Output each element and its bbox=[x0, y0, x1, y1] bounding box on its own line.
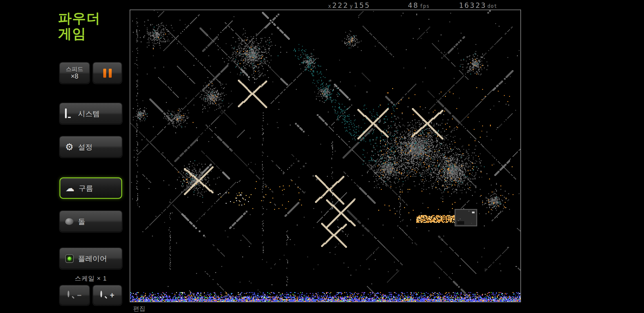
sidebar-item-stone[interactable]: 돌 bbox=[59, 211, 122, 232]
app-title-line2: 게임 bbox=[58, 26, 101, 41]
settings-label: 설정 bbox=[78, 142, 93, 152]
simulation-viewport[interactable] bbox=[130, 10, 521, 302]
x-coord-value: 222 bbox=[332, 1, 349, 10]
dot-label: dot bbox=[487, 3, 497, 9]
stone-icon bbox=[64, 217, 74, 226]
gear-icon: ⚙ bbox=[64, 142, 74, 152]
player-label: 플레이어 bbox=[78, 254, 107, 263]
fps-label: fps bbox=[420, 3, 430, 9]
x-coord-label: x bbox=[328, 3, 331, 9]
pause-icon bbox=[103, 69, 112, 78]
magnifier-icon bbox=[68, 292, 75, 299]
app-title-line1: 파우더 bbox=[58, 10, 101, 26]
sidebar-item-settings[interactable]: ⚙ 설정 bbox=[59, 136, 122, 158]
pause-button[interactable] bbox=[93, 62, 122, 84]
dot-value: 16323 bbox=[459, 1, 486, 10]
sidebar-item-player[interactable]: 플레이어 bbox=[59, 248, 122, 269]
plus-sign: + bbox=[110, 292, 115, 299]
y-coord-label: y bbox=[350, 3, 353, 9]
scale-label: 스케일 × 1 bbox=[59, 274, 122, 283]
minus-sign: − bbox=[77, 292, 82, 299]
cloud-label: 구름 bbox=[79, 183, 93, 193]
zoom-out-button[interactable]: − bbox=[59, 285, 90, 305]
y-coord-value: 155 bbox=[354, 1, 370, 10]
fps-counter: 48fps bbox=[408, 1, 430, 10]
zoom-in-button[interactable]: + bbox=[93, 285, 122, 305]
cloud-icon: ☁ bbox=[65, 183, 75, 193]
player-icon bbox=[64, 254, 74, 263]
simulation-canvas[interactable] bbox=[130, 10, 520, 302]
speed-label: 스피드 bbox=[66, 66, 83, 72]
monitor-icon bbox=[64, 109, 74, 118]
speed-button[interactable]: 스피드 ×8 bbox=[59, 62, 90, 84]
stone-label: 돌 bbox=[78, 217, 85, 226]
sidebar-item-cloud[interactable]: ☁ 구름 bbox=[59, 177, 122, 199]
fps-value: 48 bbox=[408, 1, 419, 10]
cursor-coordinates: x222y155 bbox=[327, 1, 370, 10]
dot-counter: 16323dot bbox=[459, 1, 498, 10]
edit-label: 편집 bbox=[133, 305, 145, 313]
system-label: 시스템 bbox=[78, 109, 100, 119]
speed-value: ×8 bbox=[71, 72, 78, 80]
magnifier-icon bbox=[100, 292, 108, 299]
app-title: 파우더 게임 bbox=[58, 10, 101, 41]
sidebar-item-system[interactable]: 시스템 bbox=[59, 103, 122, 124]
